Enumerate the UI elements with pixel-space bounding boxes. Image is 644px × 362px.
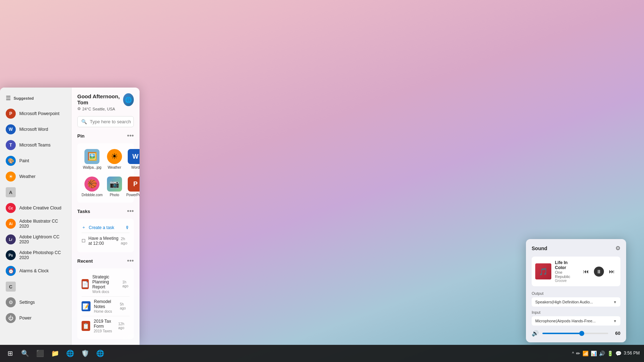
taskbar-time[interactable]: 3:56 PM	[624, 351, 640, 356]
input-device: Microphone(Airpods Hands-Free...	[535, 319, 596, 323]
pin-item-weather[interactable]: ☀ Weather	[106, 146, 123, 172]
sidebar-item-ps[interactable]: Ps Adobe Photoshop CC 2020	[0, 247, 71, 263]
recent-section-title: Recent	[77, 258, 93, 264]
recent-item-strategic[interactable]: 📄 Strategic Planning Report Work docs 1h…	[82, 272, 130, 297]
recent-ppt-icon: 📄	[82, 279, 89, 289]
pin-ppt-icon: P	[128, 177, 140, 192]
sidebar-header: ☰ Suggested	[0, 93, 71, 106]
tasks-more-button[interactable]: •••	[127, 208, 134, 215]
song-source: Groove	[555, 279, 577, 283]
pin-item-dribbble[interactable]: 🏀 Dribbble.com	[80, 174, 104, 200]
recent-item-tax[interactable]: 📋 2019 Tax Form 2019 Taxes 12h ago	[82, 316, 130, 336]
task-checkbox-icon[interactable]: ☐	[82, 238, 86, 243]
input-dropdown[interactable]: Microphone(Airpods Hands-Free... ▼	[532, 316, 620, 326]
pin-item-wallpaper[interactable]: 🖼️ Wallpa...jpg	[80, 146, 104, 172]
sidebar-item-word[interactable]: W Microsoft Word	[0, 122, 71, 137]
recent-info: 2019 Tax Form 2019 Taxes	[94, 319, 118, 333]
sound-settings-icon[interactable]: ⚙	[615, 245, 620, 252]
sidebar-item-ai[interactable]: Ai Adobe Illustrator CC 2020	[0, 216, 71, 232]
chevron-up-icon[interactable]: ^	[572, 351, 574, 356]
taskbar-taskview-button[interactable]: ⬛	[33, 346, 47, 361]
hamburger-icon[interactable]: ☰	[6, 95, 11, 101]
volume-slider[interactable]	[542, 333, 608, 334]
weather-gear-icon: ⚙	[77, 106, 81, 111]
recent-tax-icon: 📋	[82, 321, 90, 331]
output-dropdown[interactable]: Speakers(High Definition Audio... ▼	[532, 297, 620, 307]
start-button[interactable]: ⊞	[3, 346, 17, 361]
ai-icon: Ai	[6, 219, 16, 229]
sidebar-item-powerpoint[interactable]: P Microsoft Powerpoint	[0, 106, 71, 122]
sidebar-app-name: Adobe Illustrator CC 2020	[19, 219, 65, 229]
recent-item-remodel[interactable]: 📝 Remodel Notes Home docs 5h ago	[82, 297, 130, 316]
sidebar-item-alarms[interactable]: ⏰ Alarms & Clock	[0, 263, 71, 279]
volume-row: 🔊 60	[532, 330, 620, 337]
notification-area: ^ ✏ 📶 📊 🔊 🔋 💬	[572, 351, 622, 356]
weather-temp: 24°C	[82, 107, 91, 111]
taskbar-volume-icon[interactable]: 🔊	[599, 351, 605, 356]
taskbar-edge-button[interactable]: 🌐	[63, 346, 77, 361]
taskbar-search-button[interactable]: 🔍	[18, 346, 32, 361]
volume-fill	[542, 333, 582, 334]
section-a: A	[0, 184, 71, 200]
paint-icon: 🎨	[6, 156, 16, 166]
previous-button[interactable]: ⏮	[581, 267, 591, 277]
taskbar-battery-icon: 🔋	[607, 351, 613, 356]
lr-icon: Lr	[6, 234, 16, 244]
sidebar-app-name: Alarms & Clock	[19, 268, 49, 273]
taskbar-store-button[interactable]: 🌐	[93, 346, 107, 361]
sidebar-app-name: Microsoft Word	[19, 127, 48, 132]
taskbar-pen-icon: ✏	[576, 351, 580, 356]
sidebar-item-teams[interactable]: T Microsoft Teams	[0, 137, 71, 153]
task-item[interactable]: ☐ Have a Meeting at 12:00 2h ago	[82, 233, 130, 249]
settings-icon: ⚙	[6, 297, 16, 307]
sidebar-item-power[interactable]: ⏻ Power	[0, 310, 71, 326]
sidebar-item-settings[interactable]: ⚙ Settings	[0, 294, 71, 310]
input-label: Input	[532, 310, 620, 314]
output-label: Output	[532, 291, 620, 296]
output-device: Speakers(High Definition Audio...	[535, 300, 593, 304]
pause-button[interactable]: ⏸	[594, 267, 604, 277]
taskbar-notification-icon[interactable]: 💬	[615, 351, 621, 356]
user-avatar[interactable]: 🌐	[123, 93, 134, 106]
sidebar-item-acc[interactable]: Cc Adobe Creative Cloud	[0, 200, 71, 216]
task-mic-icon[interactable]: 🎙	[125, 225, 130, 230]
create-task-button[interactable]: ＋ Create a task 🎙	[82, 222, 130, 233]
greeting-section: Good Afternoon, Tom ⚙ 24°C Seattle, USA …	[77, 93, 134, 111]
search-bar[interactable]: 🔍 🎙	[77, 116, 134, 127]
desktop: ☰ Suggested P Microsoft Powerpoint W Mic…	[0, 0, 644, 362]
create-task-label: Create a task	[89, 225, 114, 230]
recent-word-icon: 📝	[82, 301, 91, 311]
sidebar-item-lr[interactable]: Lr Adobe Lightroom CC 2020	[0, 232, 71, 247]
next-button[interactable]: ⏭	[607, 267, 617, 277]
search-input[interactable]	[90, 119, 140, 124]
tasks-section-header: Tasks •••	[77, 208, 134, 215]
taskbar-security-button[interactable]: 🛡️	[78, 346, 92, 361]
sound-panel: Sound ⚙ 🎵 Life In Color One Republic Gro…	[526, 239, 626, 342]
pin-item-word[interactable]: W Word	[125, 146, 140, 172]
sidebar-app-name: Paint	[19, 158, 29, 163]
pin-word-icon: W	[128, 149, 140, 164]
sidebar-item-paint[interactable]: 🎨 Paint	[0, 153, 71, 169]
clock-time: 3:56 PM	[624, 351, 640, 356]
pin-item-photo[interactable]: 📷 Photo	[106, 174, 123, 200]
letter-c: C	[6, 282, 16, 292]
weather-info: ⚙ 24°C Seattle, USA	[77, 106, 123, 111]
recent-name: Remodel Notes	[94, 299, 120, 309]
recent-sub: 2019 Taxes	[94, 329, 118, 333]
pin-more-button[interactable]: •••	[127, 132, 134, 140]
pin-item-powerpoint[interactable]: P PowerPoint	[125, 174, 140, 200]
recent-left: 📋 2019 Tax Form 2019 Taxes	[82, 319, 118, 333]
plus-icon: ＋	[82, 224, 86, 230]
recent-time: 1h ago	[122, 280, 130, 288]
teams-icon: T	[6, 140, 16, 150]
start-sidebar: ☰ Suggested P Microsoft Powerpoint W Mic…	[0, 88, 72, 345]
taskbar-explorer-button[interactable]: 📁	[48, 346, 62, 361]
tasks-section: ＋ Create a task 🎙 ☐ Have a Meeting at 12…	[77, 219, 134, 252]
input-section: Input Microphone(Airpods Hands-Free... ▼	[532, 310, 620, 326]
sidebar-item-weather[interactable]: ☀ Weather	[0, 169, 71, 184]
sidebar-app-name: Adobe Creative Cloud	[19, 205, 61, 210]
wallpaper-icon: 🖼️	[84, 149, 99, 164]
sound-title: Sound	[532, 246, 547, 251]
recent-more-button[interactable]: •••	[127, 257, 134, 265]
taskbar-wifi-icon[interactable]: 📶	[582, 351, 589, 356]
